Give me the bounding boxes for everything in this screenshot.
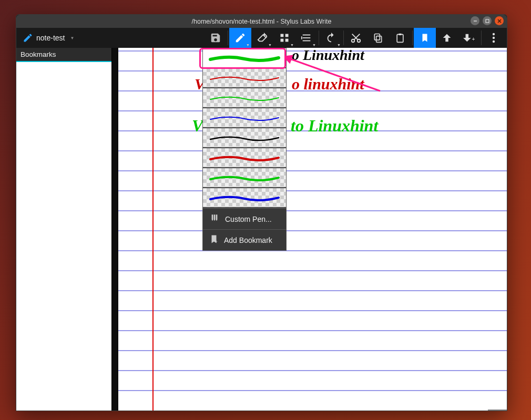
paste-icon [395,33,405,43]
pen-swatch-2[interactable] [203,88,286,108]
bookmark-icon [420,32,430,44]
bookmark-button[interactable] [414,28,436,48]
chevron-down-icon: ▼ [246,43,250,47]
ruled-lines [118,48,507,411]
chevron-down-icon: ▼ [268,43,272,47]
pen-swatch-0[interactable] [203,48,286,68]
undo-button[interactable]: ▼ [320,28,342,48]
chevron-down-icon: ▼ [337,43,341,47]
close-button[interactable] [495,16,504,25]
svg-rect-6 [285,34,289,37]
svg-point-22 [493,37,495,39]
svg-rect-17 [374,34,380,40]
document-icon [23,33,33,43]
prev-page-button[interactable] [436,28,458,48]
sidebar-header: Bookmarks [16,48,111,62]
pen-icon [234,32,246,44]
bookmarks-sidebar: Bookmarks [16,48,112,411]
next-page-button[interactable]: + [458,28,480,48]
page-status: 1 / 1 [488,409,507,411]
cut-icon [350,32,362,44]
insert-space-icon [301,32,312,44]
pen-swatch-4[interactable] [203,128,286,148]
toolbar: note-test ▼ ▼ ▼ ▼ ▼ ▼ [16,28,507,48]
eraser-tool-button[interactable]: ▼ [251,28,273,48]
svg-point-23 [493,40,495,43]
custom-pen-label: Custom Pen... [225,215,272,223]
paste-button[interactable] [389,28,411,48]
minimize-button[interactable] [471,16,479,25]
select-tool-button[interactable]: ▼ [273,28,295,48]
chevron-down-icon: ▼ [70,36,74,40]
undo-icon [325,32,337,44]
cut-button[interactable] [345,28,367,48]
svg-text:+: + [215,239,218,244]
svg-point-21 [493,33,495,35]
document-tab-label: note-test [36,34,65,42]
svg-rect-1 [486,19,489,23]
pen-swatch-1[interactable] [203,68,286,88]
pen-tool-button[interactable]: ▼ [229,28,251,48]
pens-icon [209,212,220,226]
copy-icon [373,33,383,43]
svg-rect-5 [281,34,284,37]
window-title: /home/shovon/note-test.html - Stylus Lab… [192,18,332,25]
handwriting-line-2: o linuxhint [292,75,364,93]
window-controls [471,16,504,25]
insert-space-button[interactable]: ▼ [295,28,318,48]
up-arrow-icon [441,32,453,44]
pen-swatch-7[interactable] [203,188,286,208]
titlebar: /home/shovon/note-test.html - Stylus Lab… [16,15,507,28]
bookmark-plus-icon: + [209,233,219,247]
custom-pen-item[interactable]: Custom Pen... [203,208,286,229]
paper[interactable]: o Linuxhint V o linuxhint V to Linuxhint [118,48,507,411]
svg-rect-16 [376,36,382,43]
save-button[interactable] [205,28,227,48]
maximize-button[interactable] [483,16,492,25]
pen-swatch-3[interactable] [203,108,286,128]
overflow-icon [492,33,495,43]
handwriting-line-3-left: V [192,116,203,136]
svg-rect-7 [281,39,284,42]
add-bookmark-label: Add Bookmark [224,236,272,244]
svg-text:+: + [472,36,475,42]
pen-swatch-5[interactable] [203,148,286,168]
handwriting-line-3: to Linuxhint [291,116,378,136]
add-bookmark-item[interactable]: + Add Bookmark [203,229,286,250]
svg-rect-8 [285,39,289,42]
overflow-menu-button[interactable] [483,28,505,48]
chevron-down-icon: ▼ [312,43,316,47]
svg-rect-19 [399,34,402,35]
pen-dropdown: Custom Pen... + Add Bookmark [202,48,287,251]
svg-rect-18 [397,34,403,42]
bookmarks-list[interactable] [16,62,111,411]
copy-button[interactable] [367,28,389,48]
content-area: Bookmarks [16,48,507,411]
down-arrow-plus-icon: + [462,32,476,44]
chevron-down-icon: ▼ [290,43,294,47]
eraser-icon [257,32,268,44]
select-icon [279,33,290,43]
canvas-area: o Linuxhint V o linuxhint V to Linuxhint [112,48,507,411]
pen-swatch-6[interactable] [203,168,286,188]
app-window: /home/shovon/note-test.html - Stylus Lab… [16,14,507,411]
document-tab[interactable]: note-test ▼ [18,30,78,45]
margin-line [152,48,154,411]
save-icon [210,32,221,44]
handwriting-line-1: o Linuxhint [292,48,364,64]
